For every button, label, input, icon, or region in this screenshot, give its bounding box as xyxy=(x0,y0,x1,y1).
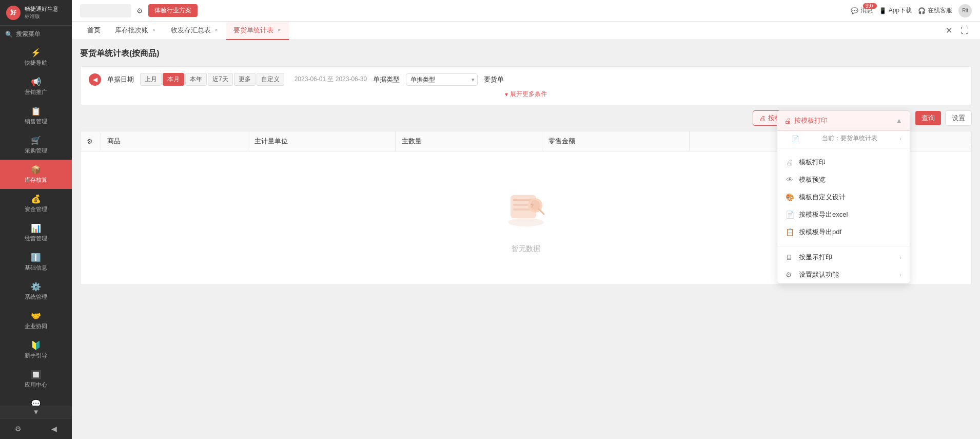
sidebar-nav: ⚡ 快捷导航 📢 营销推广 📋 销售管理 🛒 采购管理 📦 库存核算 💰 资金管… xyxy=(0,43,72,406)
search-icon: 🔍 xyxy=(5,31,13,38)
dropdown-title-icon: 🖨 xyxy=(785,117,791,125)
dropdown-item-set-default[interactable]: ⚙ 设置默认功能 › xyxy=(777,266,910,283)
chevron-right-icon: › xyxy=(899,136,901,142)
dropdown-item-template-design[interactable]: 🎨 模板自定义设计 xyxy=(777,188,910,206)
dropdown-item-export-pdf[interactable]: 📋 按模板导出pdf xyxy=(777,223,910,241)
app-name: 畅捷通好生意 标准版 xyxy=(25,5,58,20)
svg-text:?: ? xyxy=(531,203,534,209)
set-default-icon: ⚙ xyxy=(786,271,794,279)
guide-icon: 🔰 xyxy=(31,340,41,350)
display-print-icon: 🖥 xyxy=(786,253,794,261)
sidebar-item-system[interactable]: ⚙️ 系统管理 xyxy=(0,277,72,306)
date-btn-more[interactable]: 更多 xyxy=(234,73,256,86)
date-toggle: 上月 本月 本年 近7天 更多 自定义 xyxy=(140,73,284,86)
finance-icon: 💰 xyxy=(31,194,41,204)
date-btn-custom[interactable]: 自定义 xyxy=(257,73,284,86)
tab-close-btn[interactable]: ✕ xyxy=(943,25,955,36)
user-btn[interactable]: Rit xyxy=(958,4,972,17)
date-range: 2023-06-01 至 2023-06-30 xyxy=(295,75,367,84)
sidebar-item-enterprise[interactable]: 🤝 企业协同 xyxy=(0,306,72,335)
date-label: 单据日期 xyxy=(107,75,134,84)
sidebar-item-quick-nav[interactable]: ⚡ 快捷导航 xyxy=(0,43,72,72)
svg-line-7 xyxy=(539,209,544,214)
dropdown-item-template-preview[interactable]: 👁 模板预览 xyxy=(777,171,910,188)
dropdown-item-export-excel[interactable]: 📄 按模板导出excel xyxy=(777,206,910,223)
page-title: 要货单统计表(按商品) xyxy=(80,48,972,59)
sidebar-item-basic[interactable]: ℹ️ 基础信息 xyxy=(0,247,72,277)
tab-receipt-summary[interactable]: 收发存汇总表 × xyxy=(164,22,226,40)
sidebar-logo: 好 畅捷通好生意 标准版 xyxy=(0,0,72,26)
query-btn[interactable]: 查询 xyxy=(915,111,941,125)
topbar-settings-btn[interactable]: ⚙ xyxy=(133,6,146,16)
app-download-btn[interactable]: 📱 App下载 xyxy=(879,6,912,15)
sidebar-item-purchase[interactable]: 🛒 采购管理 xyxy=(0,130,72,160)
tab-close-batch-account[interactable]: × xyxy=(151,27,156,33)
tab-batch-account[interactable]: 库存批次账 × xyxy=(108,22,164,40)
sidebar-item-inventory[interactable]: 📦 库存核算 xyxy=(0,160,72,189)
service-icon: 🎧 xyxy=(918,7,926,14)
settings-btn[interactable]: 设置 xyxy=(945,110,972,126)
sidebar-bottom: ⚙ ◀ xyxy=(0,418,72,439)
print-dropdown-popup: 🖨 按模板打印 ▲ 📄 当前：要货单统计表 › 🖨 模板打印 xyxy=(777,110,910,284)
date-btn-this-year[interactable]: 本年 xyxy=(185,73,207,86)
svg-rect-4 xyxy=(513,208,531,211)
order-type-select[interactable]: 单据类型 xyxy=(406,73,478,86)
column-settings-icon: ⚙ xyxy=(87,138,93,145)
sidebar-collapse-btn[interactable]: ◀ xyxy=(49,423,59,435)
filter-expand-btn[interactable]: ▾ 展开更多条件 xyxy=(505,90,547,99)
date-btn-this-month[interactable]: 本月 xyxy=(163,73,184,86)
topbar-search-box[interactable] xyxy=(80,4,131,17)
tab-order-stats[interactable]: 要货单统计表 × xyxy=(226,22,289,40)
tab-close-receipt-summary[interactable]: × xyxy=(214,27,219,33)
th-settings[interactable]: ⚙ xyxy=(81,132,101,150)
divider-1 xyxy=(777,148,910,148)
set-default-chevron: › xyxy=(899,272,901,278)
dropdown-close-btn[interactable]: ▲ xyxy=(895,117,903,125)
page-content: 要货单统计表(按商品) ◀ 单据日期 上月 本月 本年 近7天 更多 自定义 2… xyxy=(72,40,980,439)
sidebar: 好 畅捷通好生意 标准版 🔍 搜索菜单 ⚡ 快捷导航 📢 营销推广 📋 销售管理… xyxy=(0,0,72,439)
tab-expand-btn[interactable]: ⛶ xyxy=(957,25,972,36)
topbar-breadcrumb: ⚙ 体验行业方案 xyxy=(80,4,846,17)
filter-row: ◀ 单据日期 上月 本月 本年 近7天 更多 自定义 2023-06-01 至 … xyxy=(89,73,963,86)
operations-icon: 📊 xyxy=(31,223,41,233)
sidebar-item-apps[interactable]: 🔲 应用中心 xyxy=(0,365,72,394)
tab-close-order-stats[interactable]: × xyxy=(277,27,282,33)
filter-collapse-btn[interactable]: ◀ xyxy=(89,73,101,86)
sidebar-item-sales[interactable]: 📋 销售管理 xyxy=(0,101,72,130)
expand-icon: ▾ xyxy=(505,91,508,98)
set-default-left: ⚙ 设置默认功能 xyxy=(786,270,839,279)
th-quantity: 主数量 xyxy=(396,131,543,151)
topbar-right: 💬 消息 99+ 📱 App下载 🎧 在线客服 Rit xyxy=(851,4,972,17)
sidebar-item-operations[interactable]: 📊 经营管理 xyxy=(0,218,72,247)
system-icon: ⚙️ xyxy=(31,282,41,292)
export-excel-icon: 📄 xyxy=(786,211,794,219)
date-btn-last-month[interactable]: 上月 xyxy=(140,73,162,86)
sidebar-item-guide[interactable]: 🔰 新手引导 xyxy=(0,335,72,365)
sidebar-settings-btn[interactable]: ⚙ xyxy=(13,423,24,435)
template-preview-icon: 👁 xyxy=(786,176,794,184)
inventory-icon: 📦 xyxy=(31,165,41,175)
divider-2 xyxy=(777,246,910,246)
order-type-label: 单据类型 xyxy=(373,75,400,84)
basic-icon: ℹ️ xyxy=(31,253,41,262)
th-amount: 零售金额 xyxy=(542,131,690,151)
online-service-btn[interactable]: 🎧 在线客服 xyxy=(918,6,952,15)
sidebar-scroll-down-btn[interactable]: ▼ xyxy=(0,406,72,418)
sidebar-item-finance[interactable]: 💰 资金管理 xyxy=(0,189,72,218)
purchase-icon: 🛒 xyxy=(31,136,41,145)
topbar: ⚙ 体验行业方案 💬 消息 99+ 📱 App下载 🎧 在线客服 Rit xyxy=(72,0,980,22)
avatar: Rit xyxy=(958,4,972,17)
trial-btn[interactable]: 体验行业方案 xyxy=(148,4,198,17)
enterprise-icon: 🤝 xyxy=(31,311,41,321)
quick-nav-icon: ⚡ xyxy=(31,48,41,58)
collapse-icon: ◀ xyxy=(51,425,57,433)
tab-home[interactable]: 首页 xyxy=(80,22,108,40)
search-menu-btn[interactable]: 🔍 搜索菜单 xyxy=(0,26,72,43)
dropdown-item-template-print[interactable]: 🖨 模板打印 xyxy=(777,154,910,171)
message-btn[interactable]: 💬 消息 99+ xyxy=(851,6,873,15)
dropdown-item-display-print[interactable]: 🖥 按显示打印 › xyxy=(777,249,910,266)
date-btn-last-7-days[interactable]: 近7天 xyxy=(208,73,233,86)
sidebar-item-wechat[interactable]: 💬 企业微信 xyxy=(0,394,72,406)
sidebar-item-marketing[interactable]: 📢 营销推广 xyxy=(0,72,72,101)
demand-label: 要货单 xyxy=(484,75,504,84)
